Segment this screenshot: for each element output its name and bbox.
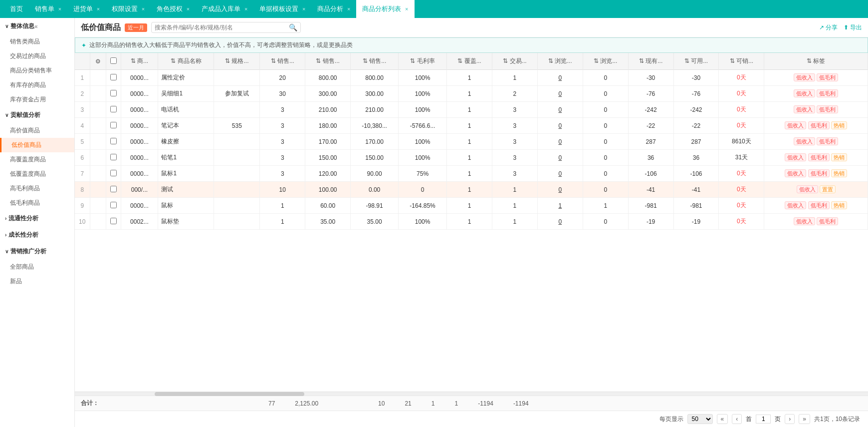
close-icon[interactable]: ×: [405, 6, 408, 12]
nav-template-settings[interactable]: 单据模板设置 ×: [253, 0, 311, 18]
checkbox-cell[interactable]: [106, 118, 121, 134]
sidebar-item-low-margin[interactable]: 低毛利商品: [0, 196, 74, 210]
nav-role-auth[interactable]: 角色授权 ×: [151, 0, 196, 18]
close-icon[interactable]: ×: [244, 6, 247, 12]
nav-permission-settings[interactable]: 权限设置 ×: [106, 0, 151, 18]
views2-col-header[interactable]: ⇅ 浏览...: [583, 53, 628, 70]
nav-product-analysis-list[interactable]: 商品分析列表 ×: [356, 0, 414, 18]
views-link[interactable]: 0: [558, 218, 562, 225]
sidebar-item-traded-goods[interactable]: 交易过的商品: [0, 49, 74, 63]
views-link[interactable]: 0: [558, 74, 562, 81]
row-checkbox[interactable]: [110, 106, 117, 112]
name-col-header[interactable]: ⇅ 商品名称: [158, 53, 214, 70]
views-link[interactable]: 0: [558, 122, 562, 129]
sellable-col-header[interactable]: ⇅ 可销...: [719, 53, 764, 70]
select-all-checkbox[interactable]: [110, 57, 117, 64]
row-checkbox[interactable]: [110, 90, 117, 96]
export-button[interactable]: ⬆ 导出: [844, 23, 862, 32]
row-checkbox[interactable]: [110, 170, 117, 176]
row-checkbox[interactable]: [110, 74, 117, 80]
tags-col-header[interactable]: ⇅ 标签: [764, 53, 868, 70]
sidebar-group-marketing[interactable]: ∨ 营销推广分析: [0, 243, 74, 260]
sidebar-group-contribution[interactable]: ∨ 贡献值分析: [0, 107, 74, 123]
close-icon[interactable]: ×: [302, 6, 305, 12]
search-box[interactable]: 🔍: [151, 22, 301, 33]
sidebar-item-all-goods[interactable]: 全部商品: [0, 260, 74, 274]
spec-col-header[interactable]: ⇅ 规格...: [214, 53, 260, 70]
sidebar-item-stock-goods[interactable]: 有库存的商品: [0, 78, 74, 92]
collapse-icon[interactable]: «: [34, 23, 38, 30]
checkbox-cell[interactable]: [106, 182, 121, 198]
views-link[interactable]: 0: [558, 106, 562, 113]
coverage-col-header[interactable]: ⇅ 覆盖...: [447, 53, 492, 70]
sidebar-item-sales-goods[interactable]: 销售类商品: [0, 34, 74, 49]
views1-col-header[interactable]: ⇅ 浏览...: [537, 53, 583, 70]
views-link[interactable]: 1: [558, 202, 562, 209]
checkbox-cell[interactable]: [106, 102, 121, 118]
sidebar-item-stock-capital[interactable]: 库存资金占用: [0, 92, 74, 107]
margin-col-header[interactable]: ⇅ 毛利率: [399, 53, 447, 70]
sidebar-item-low-value[interactable]: 低价值商品: [0, 138, 74, 152]
views-link[interactable]: 0: [558, 186, 562, 193]
code-col-header[interactable]: ⇅ 商...: [121, 53, 158, 70]
views-link[interactable]: 0: [558, 138, 562, 145]
current-stock-col-header[interactable]: ⇅ 现有...: [628, 53, 673, 70]
scrollbar-thumb[interactable]: [155, 392, 304, 396]
close-icon[interactable]: ×: [97, 6, 100, 12]
checkbox-cell[interactable]: [106, 214, 121, 230]
sidebar-item-low-coverage[interactable]: 低覆盖度商品: [0, 167, 74, 181]
row-checkbox[interactable]: [110, 218, 117, 224]
sales-amount-col-header[interactable]: ⇅ 销售...: [351, 53, 399, 70]
available-col-header[interactable]: ⇅ 可用...: [673, 53, 719, 70]
views-link[interactable]: 0: [558, 154, 562, 161]
sidebar-group-overall[interactable]: ∨ 整体信息 «: [0, 18, 74, 34]
close-icon[interactable]: ×: [142, 6, 145, 12]
sidebar-item-high-margin[interactable]: 高毛利商品: [0, 181, 74, 196]
views-link[interactable]: 0: [558, 170, 562, 177]
first-page-button[interactable]: «: [717, 414, 728, 424]
nav-sales-order[interactable]: 销售单 ×: [29, 0, 67, 18]
checkbox-cell[interactable]: [106, 70, 121, 86]
checkbox-cell[interactable]: [106, 86, 121, 102]
search-input[interactable]: [155, 24, 289, 31]
sidebar-group-liquidity[interactable]: › 流通性分析: [0, 210, 74, 227]
transactions-col-header[interactable]: ⇅ 交易...: [492, 53, 537, 70]
date-badge[interactable]: 近一月: [125, 23, 147, 32]
sidebar-group-growth[interactable]: › 成长性分析: [0, 227, 74, 243]
checkbox-cell[interactable]: [106, 198, 121, 214]
nav-home[interactable]: 首页: [4, 0, 29, 18]
checkbox-cell[interactable]: [106, 134, 121, 150]
row-checkbox[interactable]: [110, 186, 117, 192]
horizontal-scrollbar[interactable]: [75, 392, 868, 396]
search-icon[interactable]: 🔍: [289, 23, 297, 31]
close-icon[interactable]: ×: [187, 6, 190, 12]
nav-purchase-order[interactable]: 进货单 ×: [67, 0, 106, 18]
checkbox-cell[interactable]: [106, 150, 121, 166]
sales-qty-col-header[interactable]: ⇅ 销售...: [260, 53, 305, 70]
close-icon[interactable]: ×: [58, 6, 61, 12]
page-number-input[interactable]: [756, 415, 771, 424]
last-page-button[interactable]: »: [799, 414, 810, 424]
nav-product-analysis[interactable]: 商品分析 ×: [311, 0, 356, 18]
next-page-button[interactable]: ›: [785, 414, 795, 424]
sidebar-item-new-goods[interactable]: 新品: [0, 274, 74, 289]
tags-cell: 低收入 置置: [764, 182, 868, 198]
sidebar-item-high-coverage[interactable]: 高覆盖度商品: [0, 152, 74, 167]
checkbox-col-header[interactable]: [106, 53, 121, 70]
sidebar-item-category-sales-rate[interactable]: 商品分类销售率: [0, 63, 74, 78]
row-checkbox[interactable]: [110, 202, 117, 208]
views1-cell: 0: [537, 214, 583, 230]
checkbox-cell[interactable]: [106, 166, 121, 182]
row-checkbox[interactable]: [110, 138, 117, 144]
row-checkbox[interactable]: [110, 122, 117, 128]
nav-product-inbound[interactable]: 产成品入库单 ×: [196, 0, 253, 18]
row-checkbox[interactable]: [110, 154, 117, 160]
page-size-select[interactable]: 50 20 100: [687, 414, 713, 424]
views-link[interactable]: 0: [558, 90, 562, 97]
settings-col-header[interactable]: ⚙: [90, 53, 106, 70]
sidebar-item-high-value[interactable]: 高价值商品: [0, 123, 74, 138]
close-icon[interactable]: ×: [347, 6, 350, 12]
sales-price-col-header[interactable]: ⇅ 销售...: [305, 53, 351, 70]
share-button[interactable]: ↗ 分享: [819, 23, 838, 32]
prev-page-button[interactable]: ‹: [732, 414, 742, 424]
